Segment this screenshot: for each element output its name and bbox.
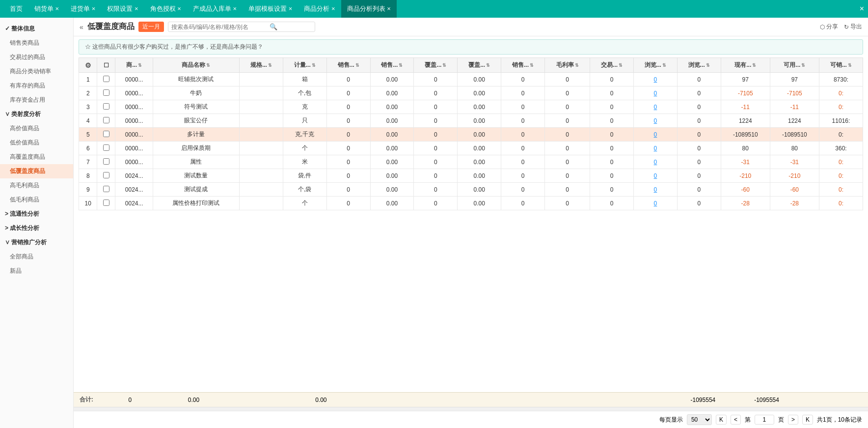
row-view1[interactable]: 0 — [634, 86, 678, 100]
row-spec — [239, 155, 283, 169]
row-num: 3 — [79, 100, 97, 114]
nav-products[interactable]: 产成品入库单 × — [187, 0, 243, 18]
row-check[interactable] — [97, 169, 115, 183]
nav-purchase[interactable]: 进货单 × — [65, 0, 101, 18]
collapse-sidebar-button[interactable]: « — [80, 23, 83, 31]
sidebar-item-low-margin[interactable]: 低毛利商品 — [0, 193, 73, 207]
row-gross: 0 — [544, 142, 590, 155]
row-view1[interactable]: 0 — [634, 183, 678, 197]
prev-page-button[interactable]: < — [731, 415, 741, 425]
row-unit: 米 — [283, 155, 326, 169]
row-view1[interactable]: 0 — [634, 114, 678, 128]
sidebar-item-stock-goods[interactable]: 有库存的商品 — [0, 79, 73, 93]
nav-templates[interactable]: 单据模板设置 × — [243, 0, 298, 18]
row-view1[interactable]: 0 — [634, 73, 678, 86]
row-sales2: 0.00 — [370, 128, 414, 142]
col-checkbox[interactable]: ☐ — [97, 58, 115, 73]
row-check[interactable] — [97, 128, 115, 142]
row-num: 1 — [79, 73, 97, 86]
sidebar-item-high-margin[interactable]: 高毛利商品 — [0, 178, 73, 193]
row-unit: 箱 — [283, 73, 326, 86]
sidebar-item-high-value[interactable]: 高价值商品 — [0, 121, 73, 136]
sidebar-group-circulation[interactable]: > 流通性分析 — [0, 207, 73, 221]
sidebar-item-all-goods[interactable]: 全部商品 — [0, 250, 73, 264]
row-unit: 克 — [283, 100, 326, 114]
sidebar-item-traded-goods[interactable]: 交易过的商品 — [0, 50, 73, 64]
col-sales3[interactable]: 销售...⇅ — [501, 58, 545, 73]
next-page-button[interactable]: > — [788, 415, 798, 425]
row-check[interactable] — [97, 86, 115, 100]
col-view2[interactable]: 浏览...⇅ — [677, 58, 721, 73]
sidebar-item-sales-goods[interactable]: 销售类商品 — [0, 36, 73, 50]
sidebar-item-category-rate[interactable]: 商品分类动销率 — [0, 64, 73, 79]
row-view1[interactable]: 0 — [634, 155, 678, 169]
sidebar-group-coverage[interactable]: ∨ 类射度分析 — [0, 107, 73, 121]
sidebar-group-marketing[interactable]: ∨ 营销推广分析 — [0, 235, 73, 250]
col-view1[interactable]: 浏览...⇅ — [634, 58, 678, 73]
row-stock2: -210 — [770, 169, 819, 183]
col-cover2[interactable]: 覆盖...⇅ — [458, 58, 501, 73]
page-number-input[interactable] — [755, 415, 774, 425]
row-name: 眼宝公仔 — [153, 114, 239, 128]
sidebar-group-overall[interactable]: ✓ 整体信息 — [0, 22, 73, 36]
row-view1[interactable]: 0 — [634, 169, 678, 183]
nav-close-icon[interactable]: × — [860, 4, 864, 13]
col-sales1[interactable]: 销售...⇅ — [326, 58, 370, 73]
sidebar-item-low-coverage[interactable]: 低覆盖度商品 — [0, 164, 73, 178]
row-view1[interactable]: 0 — [634, 197, 678, 210]
col-stock3[interactable]: 可销...⇅ — [819, 58, 863, 73]
row-view1[interactable]: 0 — [634, 128, 678, 142]
row-check[interactable] — [97, 73, 115, 86]
col-name[interactable]: 商品名称⇅ — [153, 58, 239, 73]
row-view1[interactable]: 0 — [634, 142, 678, 155]
col-gross[interactable]: 毛利率⇅ — [544, 58, 590, 73]
last-page-button[interactable]: K — [802, 415, 813, 425]
row-check[interactable] — [97, 100, 115, 114]
col-trade[interactable]: 交易...⇅ — [590, 58, 634, 73]
scrollbar-row[interactable] — [74, 407, 868, 411]
col-spec[interactable]: 规格...⇅ — [239, 58, 283, 73]
row-check[interactable] — [97, 183, 115, 197]
row-code: 0000... — [115, 73, 153, 86]
content-header: « 低覆盖度商品 近一月 🔍 ⬡ 分享 ↻ 导出 — [74, 18, 868, 36]
row-stock1: 97 — [721, 73, 770, 86]
row-num: 10 — [79, 197, 97, 210]
nav-analysis-list[interactable]: 商品分析列表 × — [341, 0, 397, 18]
col-sales2[interactable]: 销售...⇅ — [370, 58, 414, 73]
nav-sales[interactable]: 销货单 × — [28, 0, 65, 18]
sidebar-item-stock-capital[interactable]: 库存资金占用 — [0, 93, 73, 107]
row-view1[interactable]: 0 — [634, 100, 678, 114]
nav-analysis[interactable]: 商品分析 × — [298, 0, 341, 18]
date-filter-button[interactable]: 近一月 — [138, 22, 164, 32]
search-input[interactable] — [171, 24, 270, 30]
col-stock2[interactable]: 可用...⇅ — [770, 58, 819, 73]
col-settings[interactable]: ⚙ — [79, 58, 97, 73]
row-gross: 0 — [544, 169, 590, 183]
col-code[interactable]: 商...⇅ — [115, 58, 153, 73]
sidebar-item-low-value[interactable]: 低价值商品 — [0, 136, 73, 150]
nav-home[interactable]: 首页 — [4, 0, 28, 18]
sidebar-item-high-coverage[interactable]: 高覆盖度商品 — [0, 150, 73, 164]
share-label: 分享 — [826, 23, 838, 31]
row-cover1: 0 — [414, 128, 458, 142]
table-footer: 合计: 0 0.00 0.00 -1095554 -1095554 — [74, 392, 868, 407]
nav-permissions[interactable]: 权限设置 × — [101, 0, 144, 18]
sidebar-group-growth[interactable]: > 成长性分析 — [0, 221, 73, 235]
sidebar-item-new-goods[interactable]: 新品 — [0, 264, 73, 278]
col-stock1[interactable]: 现有...⇅ — [721, 58, 770, 73]
row-stock3: 360: — [819, 142, 863, 155]
col-cover1[interactable]: 覆盖...⇅ — [414, 58, 458, 73]
row-check[interactable] — [97, 142, 115, 155]
row-check[interactable] — [97, 114, 115, 128]
table-header-row: ⚙ ☐ 商...⇅ 商品名称⇅ 规格...⇅ 计量...⇅ 销售...⇅ 销售.… — [79, 58, 863, 73]
row-check[interactable] — [97, 197, 115, 210]
table-wrapper[interactable]: ⚙ ☐ 商...⇅ 商品名称⇅ 规格...⇅ 计量...⇅ 销售...⇅ 销售.… — [79, 57, 863, 392]
export-button[interactable]: ↻ 导出 — [844, 23, 862, 31]
first-page-button[interactable]: K — [716, 415, 727, 425]
share-button[interactable]: ⬡ 分享 — [820, 23, 838, 31]
col-unit[interactable]: 计量...⇅ — [283, 58, 326, 73]
row-check[interactable] — [97, 155, 115, 169]
page-size-select[interactable]: 50 20 100 — [687, 414, 712, 425]
nav-roles[interactable]: 角色授权 × — [144, 0, 187, 18]
row-view2: 0 — [677, 100, 721, 114]
